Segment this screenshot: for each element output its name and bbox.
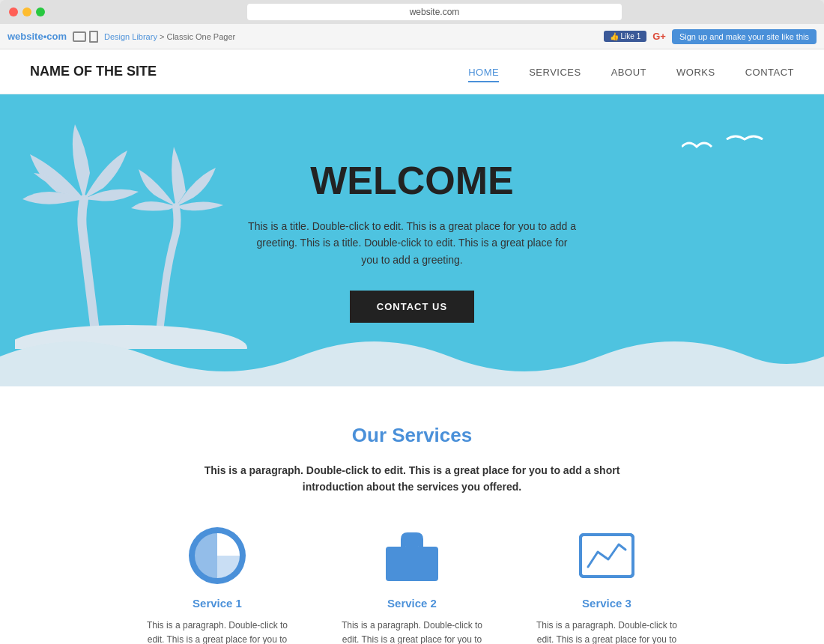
service-3-icon <box>577 526 637 586</box>
brand-logo: website•com <box>7 31 67 42</box>
breadcrumb: Design Library > Classic One Pager <box>104 32 235 41</box>
svg-rect-3 <box>403 535 421 547</box>
nav-item-contact[interactable]: CONTACT <box>745 65 794 79</box>
service-1-desc: This is a paragraph. Double-click to edi… <box>142 619 292 644</box>
service-1-name: Service 1 <box>142 597 292 610</box>
hero-title: WELCOME <box>310 158 514 203</box>
wave-svg <box>0 326 824 386</box>
service-item-3: Service 3 This is a paragraph. Double-cl… <box>532 526 682 644</box>
svg-rect-2 <box>386 547 438 581</box>
service-item-1: Service 1 This is a paragraph. Double-cl… <box>142 526 292 644</box>
signup-button[interactable]: Sign up and make your site like this <box>672 29 817 44</box>
palm-trees <box>15 109 255 349</box>
services-section: Our Services This is a paragraph. Double… <box>0 386 824 644</box>
nav-item-about[interactable]: ABOUT <box>611 65 646 79</box>
traffic-lights <box>9 7 45 16</box>
hero-section: WELCOME This is a title. Double-click to… <box>0 94 824 386</box>
service-2-desc: This is a paragraph. Double-click to edi… <box>337 619 487 644</box>
service-2-name: Service 2 <box>337 597 487 610</box>
browser-titlebar: website.com <box>0 0 824 24</box>
nav-item-works[interactable]: WORKS <box>676 65 715 79</box>
nav-links: HOME SERVICES ABOUT WORKS CONTACT <box>468 65 794 79</box>
service-3-desc: This is a paragraph. Double-click to edi… <box>532 619 682 644</box>
google-plus[interactable]: G+ <box>652 31 666 42</box>
breadcrumb-link[interactable]: Design Library <box>104 32 157 41</box>
services-title: Our Services <box>60 424 764 447</box>
services-intro: This is a paragraph. Double-click to edi… <box>187 462 637 496</box>
address-bar[interactable]: website.com <box>247 4 622 20</box>
service-1-icon <box>187 526 247 586</box>
close-button[interactable] <box>9 7 18 16</box>
facebook-like[interactable]: 👍 Like 1 <box>604 31 646 42</box>
maximize-button[interactable] <box>36 7 45 16</box>
browser-toolbar: website•com Design Library > Classic One… <box>0 24 824 49</box>
birds-svg <box>682 132 772 177</box>
nav-item-home[interactable]: HOME <box>468 65 499 79</box>
breadcrumb-current: Classic One Pager <box>166 32 235 41</box>
contact-us-button[interactable]: CONTACT US <box>350 291 474 323</box>
desktop-icon[interactable] <box>73 31 86 42</box>
hero-subtitle: This is a title. Double-click to edit. T… <box>247 218 577 268</box>
address-text: website.com <box>410 7 460 17</box>
site-nav: NAME OF THE SITE HOME SERVICES ABOUT WOR… <box>0 49 824 94</box>
browser-chrome: website.com website•com Design Library >… <box>0 0 824 49</box>
service-2-icon <box>382 526 442 586</box>
minimize-button[interactable] <box>22 7 31 16</box>
mobile-icon[interactable] <box>89 31 98 43</box>
device-icons <box>73 31 98 43</box>
site-wrapper: NAME OF THE SITE HOME SERVICES ABOUT WOR… <box>0 49 824 644</box>
svg-rect-4 <box>581 535 633 577</box>
site-name: NAME OF THE SITE <box>30 64 157 79</box>
service-item-2: Service 2 This is a paragraph. Double-cl… <box>337 526 487 644</box>
nav-item-services[interactable]: SERVICES <box>529 65 581 79</box>
toolbar-right: 👍 Like 1 G+ Sign up and make your site l… <box>604 29 817 44</box>
service-3-name: Service 3 <box>532 597 682 610</box>
services-grid: Service 1 This is a paragraph. Double-cl… <box>60 526 764 644</box>
